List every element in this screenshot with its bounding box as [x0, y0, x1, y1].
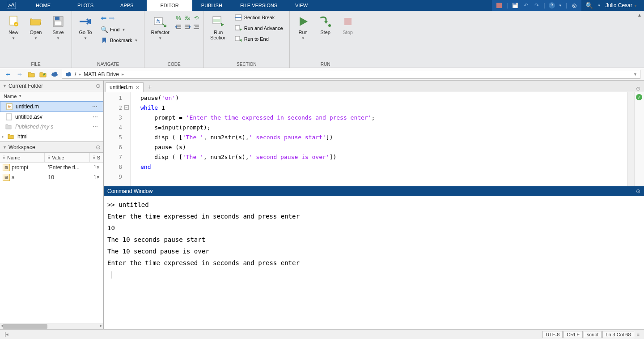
redo-icon[interactable]: ↷ [533, 2, 540, 9]
forward-icon[interactable]: ➡ [15, 70, 24, 79]
path-breadcrumb[interactable]: / ▸ MATLAB Drive ▸ ▼ [62, 70, 640, 79]
svg-rect-20 [194, 25, 199, 26]
file-item[interactable]: Published (my s⋯ [0, 122, 103, 132]
outdent-icon[interactable] [184, 23, 191, 30]
svg-rect-4 [513, 5, 517, 8]
panel-options-icon[interactable]: ⊙ [96, 82, 101, 89]
cloud-path-icon [65, 72, 72, 77]
command-window-header[interactable]: Command Window ⊙ [104, 186, 644, 196]
smart-indent-icon[interactable] [193, 23, 200, 30]
file-menu-icon[interactable]: ⋯ [93, 124, 98, 130]
file-item[interactable]: fxuntitled.m⋯ [0, 101, 103, 112]
workspace-hscrollbar[interactable]: ◂ ▸ [0, 323, 103, 329]
code-content[interactable]: pause('on')while 1 prompt = 'Enter the t… [131, 92, 627, 186]
current-folder-header[interactable]: ▼ Current Folder ⊙ [0, 81, 103, 91]
command-panel-options-icon[interactable]: ⊙ [636, 188, 640, 194]
editor-toolstrip: + New▼ Open▼ Save▼ FILE Go To▼ ⬅ [0, 11, 644, 68]
main-tab-plots[interactable]: PLOTS [64, 0, 107, 11]
indent-icon[interactable] [175, 23, 182, 30]
section-break-button[interactable]: Section Break [232, 13, 286, 22]
encoding-status[interactable]: UTF-8 [542, 331, 563, 338]
undo-icon[interactable]: ↶ [522, 2, 530, 9]
command-prompt-cursor[interactable] [107, 269, 640, 280]
main-tab-file-versions[interactable]: FILE VERSIONS [231, 0, 286, 11]
editor-vscrollbar[interactable] [627, 92, 634, 186]
back-icon[interactable]: ⬅ [4, 70, 13, 79]
refactor-button[interactable]: fx Refactor▼ [148, 13, 172, 42]
name-column-header[interactable]: Name ▼ [0, 91, 103, 101]
minimize-toolstrip-icon[interactable]: ▲ [635, 11, 644, 68]
run-section-button[interactable]: Run Section [208, 13, 229, 42]
main-tab-publish[interactable]: PUBLISH [192, 0, 231, 11]
svg-point-36 [66, 73, 68, 75]
filetype-status[interactable]: script [584, 331, 602, 338]
run-advance-button[interactable]: Run and Advance [232, 23, 286, 33]
stop-button[interactable]: Stop [338, 13, 358, 37]
editor-tab[interactable]: untitled.m ✕ [106, 82, 144, 92]
svg-rect-31 [344, 18, 352, 25]
fold-icon[interactable]: − [124, 105, 129, 110]
cloud-icon[interactable] [50, 70, 59, 79]
cursor-position-status[interactable]: Ln 3 Col 68 [602, 331, 634, 338]
name-col-label: Name [4, 94, 17, 99]
find-button[interactable]: 🔍 Find ▼ [98, 25, 140, 34]
eol-status[interactable]: CRLF [564, 331, 583, 338]
status-menu-icon[interactable]: ≡ [635, 332, 641, 337]
open-button[interactable]: Open▼ [26, 13, 46, 42]
code-editor[interactable]: 12−3456789 pause('on')while 1 prompt = '… [104, 92, 644, 186]
goto-start-icon[interactable]: |◂ [3, 331, 11, 337]
stop-recording-icon[interactable] [496, 2, 503, 9]
comment-icon[interactable]: % [175, 14, 182, 21]
qa-divider2: | [544, 2, 545, 9]
main-tab-editor[interactable]: EDITOR [147, 0, 192, 11]
scrollbar-thumb[interactable] [3, 324, 47, 329]
workspace-row[interactable]: ⊞s101× [0, 172, 103, 182]
ws-name-col[interactable]: ⠿Name [0, 153, 45, 162]
search-icon[interactable]: 🔍 [586, 2, 593, 9]
workspace-row[interactable]: ⊞prompt'Enter the ti...1× [0, 163, 103, 172]
goto-button[interactable]: Go To▼ [76, 13, 95, 42]
file-item[interactable]: ▸html [0, 132, 103, 142]
main-tab-view[interactable]: VIEW [286, 0, 317, 11]
run-to-end-button[interactable]: Run to End [232, 34, 286, 44]
command-window[interactable]: >> untitledEnter the time expressed in s… [104, 196, 644, 329]
file-menu-icon[interactable]: ⋯ [92, 103, 97, 110]
target-icon[interactable]: ◎ [571, 2, 578, 9]
main-tab-apps[interactable]: APPS [107, 0, 147, 11]
uncomment-icon[interactable]: ‰ [184, 14, 191, 21]
ws-size-col[interactable]: ⠿S [90, 153, 103, 162]
nav-back-icon[interactable]: ⬅ [101, 14, 106, 22]
nav-fwd-icon[interactable]: ➡ [109, 14, 114, 22]
close-tab-icon[interactable]: ✕ [136, 85, 140, 90]
svg-rect-3 [513, 3, 516, 4]
bookmark-button[interactable]: Bookmark ▼ [98, 35, 140, 45]
run-advance-label: Run and Advance [244, 26, 283, 31]
open-label: Open [30, 30, 42, 35]
file-menu-icon[interactable]: ⋯ [93, 114, 98, 120]
step-button[interactable]: Step [316, 13, 335, 37]
path-segment[interactable]: MATLAB Drive [84, 71, 119, 77]
up-folder-icon[interactable] [27, 70, 36, 79]
workspace-header[interactable]: ▼ Workspace ⊙ [0, 142, 103, 153]
save-button[interactable]: Save▼ [48, 13, 68, 42]
user-menu[interactable]: Julio Cesar ▼ [606, 2, 637, 9]
editor-options-icon[interactable]: ⊙ [636, 86, 640, 92]
new-button[interactable]: + New▼ [4, 13, 23, 42]
sort-icon: ▼ [18, 94, 22, 98]
help-icon[interactable]: ? [549, 2, 555, 9]
nav-back-forward[interactable]: ⬅ ➡ [98, 13, 140, 24]
main-tab-home[interactable]: HOME [22, 0, 64, 11]
add-tab-button[interactable]: + [144, 82, 155, 92]
path-dropdown-icon[interactable]: ▼ [633, 72, 637, 77]
ws-value-col[interactable]: ⠿Value [45, 153, 89, 162]
help-dropdown[interactable]: ▼ [559, 4, 562, 8]
ws-var-name: ⊞prompt [0, 163, 46, 172]
wrap-icon[interactable]: ⟲ [193, 14, 200, 21]
path-root[interactable]: / [75, 71, 76, 77]
save-icon[interactable] [512, 2, 519, 9]
run-button[interactable]: Run▼ [293, 13, 313, 42]
search-dropdown[interactable]: ▼ [597, 4, 601, 8]
file-item[interactable]: untitled.asv⋯ [0, 112, 103, 122]
browse-folder-icon[interactable] [38, 70, 47, 79]
panel-options-icon-2[interactable]: ⊙ [96, 144, 101, 150]
